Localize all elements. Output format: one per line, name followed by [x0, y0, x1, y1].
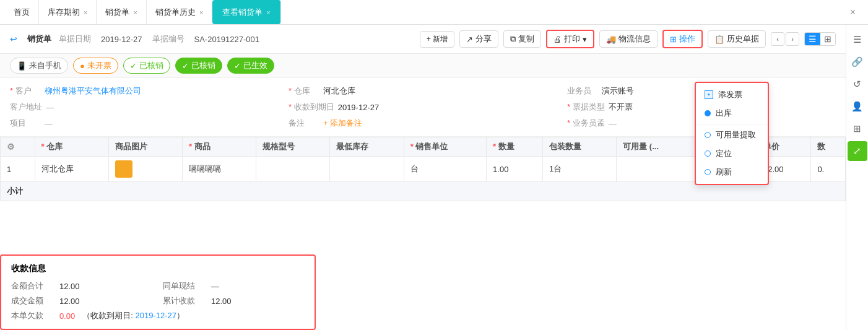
col-img: 商品图片: [108, 137, 182, 157]
arrears-label: 本单欠款: [11, 310, 54, 321]
arrears-row: 本单欠款 0.00 （收款到期日: 2019-12-27）: [11, 310, 305, 321]
history-button[interactable]: 📋 历史单据: [708, 30, 766, 48]
payment-date-row: 收款到期日 2019-12-27: [289, 102, 557, 113]
refresh-label: 刷新: [716, 167, 732, 178]
cumulative-row: 累计收款 12.00: [163, 295, 305, 306]
print-button[interactable]: 🖨 打印 ▾: [546, 30, 594, 48]
total-amount-value: 12.00: [59, 282, 80, 291]
doc-date-value: 2019-12-27: [101, 35, 142, 44]
doc-date-label: 单据日期: [59, 33, 91, 45]
col-pack-qty: 包装数量: [543, 137, 617, 157]
customer-label: 客户: [10, 85, 41, 97]
col-available: 可用量 (...: [617, 137, 697, 157]
customer-value[interactable]: 柳州粤港平安气体有限公司: [45, 85, 141, 97]
transaction-label: 成交金额: [11, 295, 54, 306]
invoice-status-button[interactable]: ● 未开票: [73, 58, 118, 74]
from-phone-button[interactable]: 📱 来自手机: [10, 58, 68, 74]
cumulative-label: 累计收款: [163, 295, 206, 306]
nav-arrows: ‹ ›: [771, 32, 799, 46]
main-content: ↩ 销货单 单据日期 2019-12-27 单据编号 SA-20191227-0…: [0, 25, 868, 330]
logistics-button[interactable]: 🚚 物流信息: [599, 30, 658, 48]
phone-icon: 📱: [17, 61, 27, 71]
dropdown-available-qty[interactable]: 可用量提取: [696, 126, 768, 144]
available-qty-icon: [705, 132, 711, 138]
row-pack-qty: 1台: [543, 157, 617, 182]
same-order-value: —: [211, 282, 219, 291]
new-button[interactable]: + 新增: [420, 31, 454, 48]
operation-button[interactable]: ⊞ 操作: [662, 30, 703, 48]
sidebar-refresh-icon[interactable]: ↺: [848, 74, 867, 94]
tab-bar-close-button[interactable]: ×: [843, 7, 863, 18]
doc-meta: 单据日期 2019-12-27 单据编号 SA-20191227-001: [59, 33, 259, 45]
row-num: 1: [1, 157, 35, 182]
print-icon: 🖨: [553, 35, 562, 44]
col-spec: 规格型号: [256, 137, 330, 157]
dropdown-locate[interactable]: 定位: [696, 144, 768, 163]
copy-icon: ⧉: [510, 34, 516, 44]
warehouse-row: 仓库 河北仓库: [289, 85, 557, 97]
tab-view-sales[interactable]: 查看销货单 ×: [212, 0, 280, 24]
nav-prev-button[interactable]: ‹: [771, 32, 784, 46]
cumulative-value: 12.00: [211, 297, 232, 306]
same-order-label: 同单现结: [163, 280, 206, 292]
dropdown-add-invoice[interactable]: + 添发票: [696, 85, 768, 104]
total-amount-label: 金额合计: [11, 280, 54, 292]
refresh-icon: [705, 169, 711, 175]
verify-icon: ✓: [130, 61, 137, 71]
right-sidebar: ☰ 🔗 ↺ 👤 ⊞ ⤢: [846, 25, 868, 330]
col-min-stock: 最低库存: [330, 137, 404, 157]
tab-inventory-label: 库存期初: [48, 7, 80, 18]
row-product: 嗝嗝嗝嗝: [183, 157, 256, 182]
add-note-button[interactable]: + 添加备注: [323, 118, 362, 129]
tab-sales-order-label: 销货单: [105, 7, 129, 18]
payment-date-label: 收款到期日: [289, 102, 334, 113]
warehouse-value: 河北仓库: [323, 85, 355, 97]
doc-header: ↩ 销货单 单据日期 2019-12-27 单据编号 SA-20191227-0…: [0, 25, 846, 54]
sidebar-link-icon[interactable]: 🔗: [848, 52, 867, 72]
share-button[interactable]: ↗ 分享: [459, 30, 498, 48]
doc-number-label: 单据编号: [152, 33, 184, 45]
view-list-button[interactable]: ☰: [805, 33, 820, 45]
tab-inventory-close[interactable]: ×: [84, 9, 87, 16]
sidebar-list-icon[interactable]: ☰: [848, 30, 867, 50]
locate-icon: [705, 150, 711, 157]
settings-icon[interactable]: ⚙: [7, 142, 15, 152]
row-sales-unit: 台: [404, 157, 486, 182]
project-value: —: [45, 119, 53, 128]
tab-bar: 首页 库存期初 × 销货单 × 销货单历史 × 查看销货单 × ×: [0, 0, 868, 25]
tab-sales-order[interactable]: 销货单 ×: [97, 0, 146, 24]
address-value: —: [46, 103, 54, 112]
tab-view-sales-close[interactable]: ×: [266, 9, 270, 16]
staff2-value: —: [609, 119, 617, 128]
tab-sales-history[interactable]: 销货单历史 ×: [147, 0, 212, 24]
nav-next-button[interactable]: ›: [786, 32, 799, 46]
tab-inventory-init[interactable]: 库存期初 ×: [39, 0, 97, 24]
tab-home[interactable]: 首页: [5, 0, 39, 24]
tab-sales-history-close[interactable]: ×: [199, 9, 203, 16]
sidebar-table-icon[interactable]: ⊞: [848, 119, 867, 139]
toolbar: + 新增 ↗ 分享 ⧉ 复制 🖨 打印 ▾ 🚚 物流信息: [420, 30, 836, 48]
view-grid-button[interactable]: ⊞: [820, 33, 835, 45]
sidebar-user-icon[interactable]: 👤: [848, 97, 867, 116]
row-img: [108, 157, 182, 182]
row-min-stock: [330, 157, 404, 182]
verified-icon: ✓: [182, 61, 189, 71]
doc-title-area: ↩ 销货单 单据日期 2019-12-27 单据编号 SA-20191227-0…: [10, 33, 420, 45]
copy-button[interactable]: ⧉ 复制: [503, 30, 541, 48]
verify-status-button[interactable]: ✓ 已核销: [123, 58, 170, 74]
verified-button[interactable]: ✓ 已核销: [175, 58, 222, 74]
dropdown-refresh[interactable]: 刷新: [696, 163, 768, 181]
dropdown-outbound[interactable]: 出库: [696, 104, 768, 123]
tab-sales-order-close[interactable]: ×: [133, 9, 137, 16]
arrears-note: （收款到期日: 2019-12-27）: [82, 310, 184, 321]
add-invoice-label: 添发票: [718, 89, 742, 100]
effective-button[interactable]: ✓ 已生效: [227, 58, 274, 74]
invoice-icon: ●: [80, 61, 85, 71]
note-row: 备注 + 添加备注: [289, 118, 557, 129]
effective-icon: ✓: [234, 61, 241, 71]
col-quantity: 数量: [487, 137, 543, 157]
sidebar-expand-icon[interactable]: ⤢: [848, 141, 867, 161]
outbound-icon: [705, 110, 711, 116]
row-spec: [256, 157, 330, 182]
row-warehouse: 河北仓库: [35, 157, 108, 182]
